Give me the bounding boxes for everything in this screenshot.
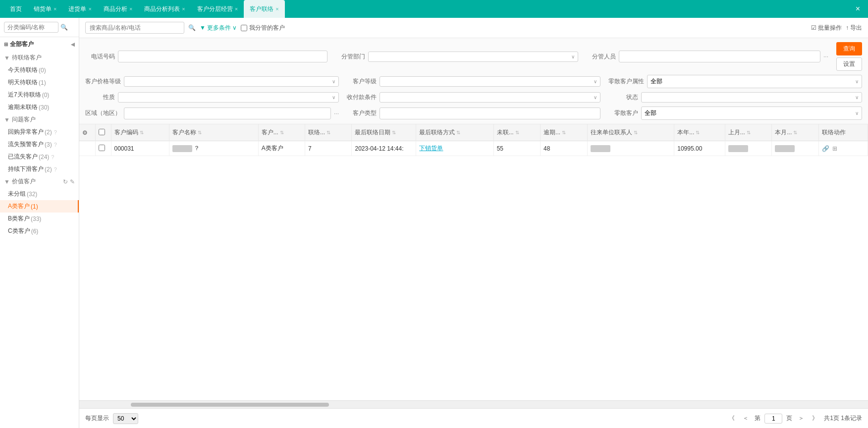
export-btn[interactable]: ↑ 导出 [846,24,862,32]
last-method-link[interactable]: 下销货单 [419,145,443,152]
sort-overdue[interactable]: ⇅ [562,130,566,135]
sidebar-value-group[interactable]: ▼ 价值客户 ↻ ✎ [0,175,79,188]
sidebar-item-declining[interactable]: 持续下滑客户(2) ? [0,163,79,175]
window-close-button[interactable]: × [852,4,864,13]
sidebar-item-tomorrow[interactable]: 明天待联络(1) [0,76,79,89]
help-icon-2: ? [54,142,57,148]
filter-search-input[interactable] [85,22,184,34]
select-all-checkbox[interactable] [99,129,105,135]
refresh-icon[interactable]: ↻ [63,178,68,185]
nav-customer-contact[interactable]: 客户联络 × [244,0,284,18]
manager-more[interactable]: ··· [823,53,828,60]
sidebar-all-customers[interactable]: ⊞ 全部客户 ◀ [0,37,79,52]
nav-sales-close[interactable]: × [54,6,56,12]
region-more[interactable]: ··· [334,110,339,117]
cell-overdue: 48 [541,141,587,156]
sidebar-item-c-class[interactable]: C类客户(6) [0,225,79,237]
pending-arrow: ▼ [4,54,10,61]
nav-analysis-list[interactable]: 商品分析列表 × [138,0,191,18]
sidebar-item-b-class[interactable]: B类客户(33) [0,213,79,225]
col-last-month: 上月...⇅ [725,124,771,141]
table-header-row: ⚙ 客户编码⇅ 客户名称⇅ 客户...⇅ [79,124,868,141]
nav-customer-segment-close[interactable]: × [235,6,238,12]
sort-last-date[interactable]: ⇅ [392,130,396,135]
region-input[interactable] [124,107,331,119]
table-row: 000031 ？ A类客户 7 2023-04-12 14:44: 下销货单 5… [79,141,868,156]
table-settings-icon[interactable]: ⚙ [82,129,88,136]
sidebar-search-input[interactable] [4,22,58,33]
manager-input[interactable] [619,51,820,62]
retail-customer-select[interactable]: 全部 ∨ [641,107,862,120]
sidebar-search-icon[interactable]: 🔍 [60,24,68,31]
filter-customer-type: 客户类型 [347,107,600,119]
nav-analysis-list-close[interactable]: × [182,6,185,12]
manager-label: 分管人员 [586,53,616,61]
sidebar-item-rebuy-anomaly[interactable]: 回购异常客户(2) ? [0,126,79,138]
settings-button[interactable]: 设置 [836,57,862,71]
page-suffix: 页 [786,414,792,423]
sort-contacts[interactable]: ⇅ [326,130,330,135]
nav-analysis[interactable]: 商品分析 × [98,0,138,18]
filter-icon: ▼ [200,24,206,31]
status-select[interactable]: ∨ [641,92,862,103]
sort-this-year[interactable]: ⇅ [696,130,700,135]
prev-page-btn[interactable]: ＜ [741,413,751,424]
edit-icon[interactable]: ✎ [70,178,75,185]
link-icon[interactable]: 🔗 [822,145,829,152]
sort-last-month[interactable]: ⇅ [747,130,751,135]
retail-attr-select[interactable]: 全部 ∨ [647,75,862,88]
contact-person-blurred [591,145,610,152]
more-conditions-btn[interactable]: ▼ 更多条件 ∨ [200,24,237,32]
sidebar-problem-group[interactable]: ▼ 问题客户 [0,113,79,126]
nav-customer-segment[interactable]: 客户分层经营 × [191,0,244,18]
sort-level[interactable]: ⇅ [280,130,284,135]
my-customers-filter[interactable]: 我分管的客户 [241,24,285,32]
horizontal-scrollbar[interactable] [79,400,868,408]
filter-search-icon[interactable]: 🔍 [188,24,196,31]
row-select-checkbox[interactable] [99,145,105,151]
first-page-btn[interactable]: 《 [727,413,737,424]
sidebar-item-churn-warning[interactable]: 流失预警客户(3) ? [0,138,79,151]
sort-this-month[interactable]: ⇅ [793,130,797,135]
customer-level-select[interactable]: ∨ [380,76,600,87]
sort-uncontacted[interactable]: ⇅ [515,130,519,135]
nav-customer-contact-close[interactable]: × [275,6,278,12]
cell-this-month [772,141,818,156]
nav-home[interactable]: 首页 [4,0,28,18]
scroll-thumb[interactable] [131,403,329,407]
page-number-input[interactable] [764,414,782,424]
col-contacts: 联络...⇅ [305,124,352,141]
sidebar-pending-group[interactable]: ▼ 待联络客户 [0,52,79,64]
nav-purchase-close[interactable]: × [88,6,91,12]
last-page-btn[interactable]: 》 [810,413,820,424]
cell-this-year: 10995.00 [674,141,725,156]
sidebar-item-unsorted[interactable]: 未分组(32) [0,188,79,200]
my-customers-checkbox[interactable] [241,25,247,31]
next-page-btn[interactable]: ＞ [796,413,806,424]
batch-op-btn[interactable]: ☑ 批量操作 [811,24,842,32]
sidebar-item-a-class[interactable]: A类客户(1) [0,200,79,213]
grid-action-icon[interactable]: ⊞ [832,145,837,152]
dept-select[interactable]: ∨ [368,52,578,62]
cell-contacts: 7 [305,141,352,156]
sort-name[interactable]: ⇅ [198,130,202,135]
sidebar-item-overdue[interactable]: 逾期未联络(30) [0,101,79,113]
query-button[interactable]: 查询 [836,42,862,55]
price-level-select[interactable]: ∨ [124,76,339,87]
payment-select[interactable]: ∨ [380,92,600,103]
customer-type-input[interactable] [380,107,600,119]
nature-select[interactable]: ∨ [118,92,339,103]
retail-attr-chevron: ∨ [855,79,859,84]
sidebar-item-today[interactable]: 今天待联络(0) [0,64,79,76]
sort-last-method[interactable]: ⇅ [456,130,460,135]
nav-purchase[interactable]: 进货单 × [62,0,97,18]
nav-analysis-close[interactable]: × [129,6,132,12]
phone-input[interactable] [118,51,327,62]
sidebar-item-7days[interactable]: 近7天待联络(0) [0,89,79,101]
sidebar-item-churned[interactable]: 已流失客户(24) ? [0,151,79,163]
nav-sales[interactable]: 销货单 × [28,0,62,18]
sort-contact-person[interactable]: ⇅ [634,130,638,135]
sort-code[interactable]: ⇅ [140,130,144,135]
page-size-select[interactable]: 50 100 200 [113,413,138,424]
col-code: 客户编码⇅ [111,124,169,141]
